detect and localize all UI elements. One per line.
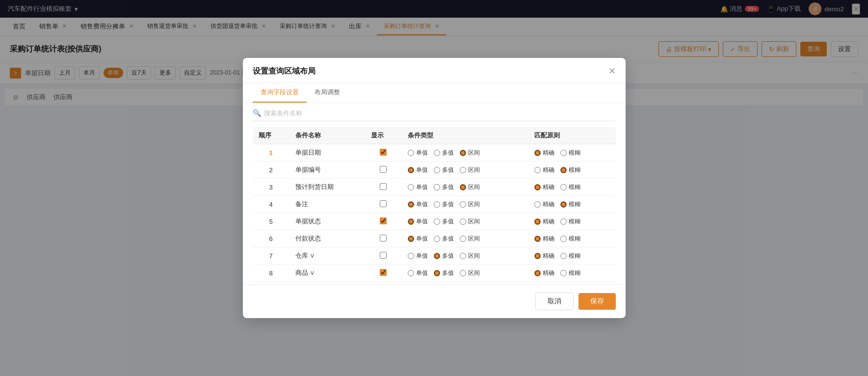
match-radio-label: 精确 <box>543 235 554 243</box>
match-radio-item[interactable]: 精确 <box>534 217 554 226</box>
type-radio[interactable] <box>460 201 466 208</box>
match-radio-item[interactable]: 精确 <box>534 269 554 277</box>
type-radio-item[interactable]: 区间 <box>460 166 480 174</box>
search-input[interactable] <box>264 109 362 117</box>
display-checkbox[interactable] <box>380 217 387 224</box>
type-radio-item[interactable]: 多值 <box>434 269 454 277</box>
type-radio[interactable] <box>408 236 414 242</box>
type-radio-item[interactable]: 多值 <box>434 166 454 174</box>
type-radio-item[interactable]: 区间 <box>460 269 480 277</box>
display-checkbox[interactable] <box>380 183 387 190</box>
match-radio[interactable] <box>534 253 541 259</box>
display-checkbox[interactable] <box>380 200 387 207</box>
row-order: 7 <box>253 247 289 265</box>
type-radio[interactable] <box>434 253 440 259</box>
match-radio[interactable] <box>560 201 567 208</box>
match-radio[interactable] <box>560 167 567 173</box>
match-radio-item[interactable]: 模糊 <box>560 217 580 226</box>
match-radio-item[interactable]: 模糊 <box>560 183 580 191</box>
type-radio-item[interactable]: 多值 <box>434 252 454 260</box>
save-btn[interactable]: 保存 <box>579 293 616 310</box>
type-radio[interactable] <box>408 253 414 259</box>
match-radio[interactable] <box>560 270 567 276</box>
type-radio[interactable] <box>434 150 440 156</box>
match-radio-item[interactable]: 精确 <box>534 183 554 191</box>
match-radio[interactable] <box>560 253 567 259</box>
match-radio-item[interactable]: 模糊 <box>560 269 580 277</box>
type-radio-item[interactable]: 多值 <box>434 200 454 209</box>
match-radio-item[interactable]: 精确 <box>534 252 554 260</box>
type-radio-label: 多值 <box>442 235 454 243</box>
type-radio[interactable] <box>408 150 414 156</box>
match-radio-item[interactable]: 模糊 <box>560 252 580 260</box>
type-radio-item[interactable]: 单值 <box>408 269 428 277</box>
type-radio-item[interactable]: 多值 <box>434 149 454 157</box>
match-radio[interactable] <box>534 150 541 156</box>
type-radio[interactable] <box>408 218 414 225</box>
dialog-overlay[interactable]: 设置查询区域布局 ✕ 查询字段设置 布局调整 🔍 顺序 条件名称 显示 <box>0 0 868 376</box>
display-checkbox[interactable] <box>380 252 387 259</box>
type-radio-item[interactable]: 单值 <box>408 217 428 226</box>
match-radio[interactable] <box>560 184 567 190</box>
type-radio[interactable] <box>434 236 440 242</box>
dialog-close-btn[interactable]: ✕ <box>608 66 616 77</box>
type-radio-item[interactable]: 单值 <box>408 149 428 157</box>
type-radio-item[interactable]: 单值 <box>408 200 428 209</box>
type-radio[interactable] <box>408 184 414 190</box>
match-radio-item[interactable]: 精确 <box>534 235 554 243</box>
type-radio-item[interactable]: 多值 <box>434 183 454 191</box>
type-radio-item[interactable]: 单值 <box>408 235 428 243</box>
match-radio-item[interactable]: 精确 <box>534 149 554 157</box>
match-radio[interactable] <box>534 201 541 208</box>
type-radio[interactable] <box>460 253 466 259</box>
type-radio[interactable] <box>434 184 440 190</box>
display-checkbox[interactable] <box>380 166 387 173</box>
match-radio[interactable] <box>534 167 541 173</box>
type-radio[interactable] <box>434 218 440 225</box>
type-radio[interactable] <box>408 167 414 173</box>
type-radio[interactable] <box>408 270 414 276</box>
type-radio[interactable] <box>460 218 466 225</box>
type-radio-item[interactable]: 多值 <box>434 217 454 226</box>
dialog-tab-layout[interactable]: 布局调整 <box>307 83 348 103</box>
type-radio[interactable] <box>460 236 466 242</box>
type-radio[interactable] <box>460 150 466 156</box>
display-checkbox[interactable] <box>380 235 387 242</box>
type-radio-item[interactable]: 区间 <box>460 252 480 260</box>
type-radio-item[interactable]: 区间 <box>460 200 480 209</box>
match-radio[interactable] <box>534 218 541 225</box>
type-radio-item[interactable]: 区间 <box>460 217 480 226</box>
type-radio-item[interactable]: 区间 <box>460 149 480 157</box>
type-radio-item[interactable]: 区间 <box>460 183 480 191</box>
match-radio[interactable] <box>534 236 541 242</box>
type-radio[interactable] <box>460 270 466 276</box>
type-radio-label: 多值 <box>442 200 454 209</box>
display-checkbox[interactable] <box>380 269 387 276</box>
dialog-tab-query-fields[interactable]: 查询字段设置 <box>253 83 307 103</box>
type-radio[interactable] <box>434 167 440 173</box>
type-radio-item[interactable]: 单值 <box>408 252 428 260</box>
match-radio[interactable] <box>534 270 541 276</box>
match-radio-item[interactable]: 模糊 <box>560 149 580 157</box>
type-radio[interactable] <box>408 201 414 208</box>
match-radio[interactable] <box>560 150 567 156</box>
match-radio-item[interactable]: 精确 <box>534 200 554 209</box>
type-radio[interactable] <box>434 201 440 208</box>
th-order: 顺序 <box>253 127 289 144</box>
match-radio-item[interactable]: 模糊 <box>560 200 580 209</box>
display-checkbox[interactable] <box>380 149 387 156</box>
match-radio[interactable] <box>560 218 567 225</box>
type-radio-item[interactable]: 区间 <box>460 235 480 243</box>
type-radio-item[interactable]: 单值 <box>408 166 428 174</box>
type-radio[interactable] <box>434 270 440 276</box>
match-radio-item[interactable]: 模糊 <box>560 166 580 174</box>
match-radio-item[interactable]: 精确 <box>534 166 554 174</box>
cancel-btn[interactable]: 取消 <box>535 293 574 310</box>
type-radio[interactable] <box>460 184 466 190</box>
match-radio[interactable] <box>534 184 541 190</box>
type-radio-item[interactable]: 单值 <box>408 183 428 191</box>
match-radio-item[interactable]: 模糊 <box>560 235 580 243</box>
type-radio-item[interactable]: 多值 <box>434 235 454 243</box>
match-radio[interactable] <box>560 236 567 242</box>
type-radio[interactable] <box>460 167 466 173</box>
